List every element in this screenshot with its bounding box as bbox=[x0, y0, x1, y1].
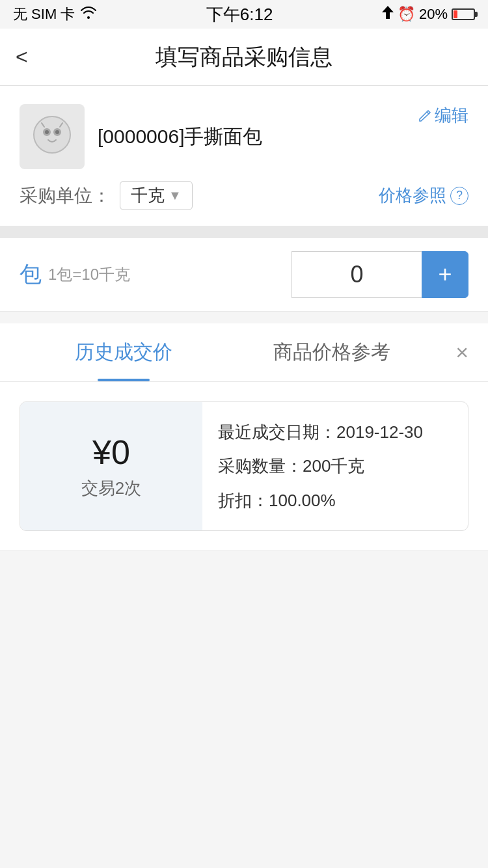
page-title: 填写商品采购信息 bbox=[156, 42, 332, 72]
trade-count: 交易2次 bbox=[81, 477, 141, 500]
recent-date-label: 最近成交日期： bbox=[218, 422, 336, 442]
unit-value: 千克 bbox=[131, 184, 165, 207]
product-left: [0000006]手撕面包 bbox=[20, 104, 262, 169]
battery-percent: 20% bbox=[419, 6, 448, 23]
svg-point-0 bbox=[34, 116, 70, 153]
quantity-plus-button[interactable]: + bbox=[422, 251, 468, 298]
quantity-section: 包 1包=10千克 0 + bbox=[0, 238, 488, 312]
price-card: ¥0 交易2次 最近成交日期：2019-12-30 采购数量：200千克 折扣：… bbox=[20, 401, 468, 531]
nav-bar: < 填写商品采购信息 bbox=[0, 29, 488, 86]
edit-button[interactable]: 编辑 bbox=[418, 104, 468, 127]
purchase-qty-value: 200千克 bbox=[303, 456, 364, 476]
tabs-section: 历史成交价 商品价格参考 × ¥0 交易2次 最近成交日期：2019-12-30… bbox=[0, 323, 488, 551]
alarm-icon: ⏰ bbox=[398, 6, 415, 23]
unit-bao: 包 bbox=[20, 260, 42, 290]
unit-dropdown-arrow: ▼ bbox=[169, 188, 182, 203]
edit-label: 编辑 bbox=[435, 104, 468, 127]
unit-select[interactable]: 千克 ▼ bbox=[120, 181, 193, 210]
status-time: 下午6:12 bbox=[206, 3, 273, 26]
price-card-right: 最近成交日期：2019-12-30 采购数量：200千克 折扣：100.00% bbox=[202, 402, 468, 530]
price-ref-label: 价格参照 bbox=[379, 184, 446, 207]
tab-content: ¥0 交易2次 最近成交日期：2019-12-30 采购数量：200千克 折扣：… bbox=[0, 382, 488, 550]
tab-close-button[interactable]: × bbox=[436, 324, 468, 381]
discount-label: 折扣： bbox=[218, 491, 269, 510]
product-logo bbox=[33, 115, 72, 158]
quantity-label: 包 1包=10千克 bbox=[20, 260, 130, 290]
purchase-qty-label: 采购数量： bbox=[218, 456, 303, 476]
tab-history-price[interactable]: 历史成交价 bbox=[20, 323, 228, 381]
battery-icon bbox=[452, 8, 475, 20]
product-thumbnail bbox=[20, 104, 85, 169]
price-card-left: ¥0 交易2次 bbox=[20, 402, 202, 530]
discount-value: 100.00% bbox=[269, 491, 336, 510]
unit-left: 采购单位： 千克 ▼ bbox=[20, 181, 193, 210]
svg-point-3 bbox=[45, 130, 49, 134]
discount-row: 折扣：100.00% bbox=[218, 489, 452, 512]
price-ref-icon: ? bbox=[450, 187, 468, 205]
location-icon bbox=[382, 6, 394, 23]
wifi-icon bbox=[80, 6, 97, 23]
product-name: [0000006]手撕面包 bbox=[98, 124, 262, 150]
purchase-qty-row: 采购数量：200千克 bbox=[218, 454, 452, 478]
recent-date-value: 2019-12-30 bbox=[336, 422, 423, 442]
status-bar: 无 SIM 卡 下午6:12 ⏰ 20% bbox=[0, 0, 488, 29]
quantity-input-area: 0 + bbox=[291, 251, 468, 298]
price-ref-button[interactable]: 价格参照 ? bbox=[379, 184, 468, 207]
unit-bao-sub: 1包=10千克 bbox=[48, 264, 130, 285]
product-unit-row: 采购单位： 千克 ▼ 价格参照 ? bbox=[20, 181, 468, 210]
price-value: 0 bbox=[111, 433, 130, 471]
price-currency: ¥ bbox=[92, 433, 111, 471]
svg-point-4 bbox=[55, 130, 59, 134]
section-divider bbox=[0, 226, 488, 238]
status-right: ⏰ 20% bbox=[382, 6, 475, 23]
carrier-label: 无 SIM 卡 bbox=[13, 5, 75, 24]
recent-date-row: 最近成交日期：2019-12-30 bbox=[218, 420, 452, 444]
status-left: 无 SIM 卡 bbox=[13, 5, 97, 24]
price-display: ¥0 bbox=[92, 433, 130, 472]
product-section: [0000006]手撕面包 编辑 采购单位： 千克 ▼ 价格参照 ? bbox=[0, 86, 488, 226]
tabs-header: 历史成交价 商品价格参考 × bbox=[0, 323, 488, 382]
quantity-input[interactable]: 0 bbox=[291, 251, 422, 298]
unit-label: 采购单位： bbox=[20, 183, 111, 208]
back-button[interactable]: < bbox=[16, 45, 28, 69]
tab-price-reference[interactable]: 商品价格参考 bbox=[228, 323, 436, 381]
main-background bbox=[0, 551, 488, 868]
product-header: [0000006]手撕面包 编辑 bbox=[20, 104, 468, 169]
